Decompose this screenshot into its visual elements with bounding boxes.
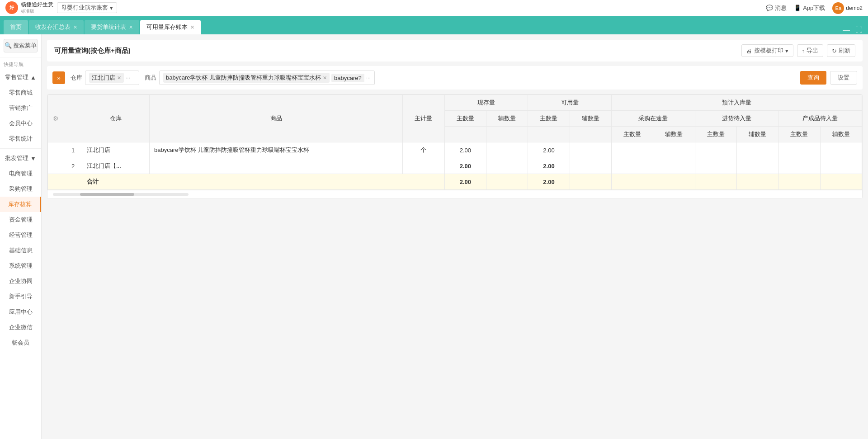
app-download-btn[interactable]: 📱 App下载	[794, 4, 825, 12]
nav-tabs: 首页 收发存汇总表 ✕ 要货单统计表 ✕ 可用量库存账本 ✕ — ⛶	[0, 16, 868, 34]
row1-avail-aux	[570, 142, 611, 158]
sidebar-item-retail-mall[interactable]: 零售商城	[0, 85, 41, 100]
row2-prod-aux	[820, 158, 862, 174]
chevron-down-icon-2: ▼	[30, 155, 36, 162]
summary-prod-aux	[820, 174, 862, 190]
logo-sub: 标准版	[21, 8, 53, 14]
gear-icon[interactable]: ⚙	[53, 115, 59, 122]
col-available: 可用量	[528, 95, 612, 111]
chevron-down-icon: ▾	[110, 5, 113, 11]
product-tag-1: babycare学饮杯 儿童防摔防撞吸管杯重力球吸嘴杯宝宝水杯 ✕	[163, 73, 330, 83]
sidebar-quick-nav-label: 快捷导航	[0, 57, 41, 70]
sidebar-inventory-label: 库存核算	[8, 200, 32, 208]
industry-selector[interactable]: 母婴行业演示账套 ▾	[57, 2, 117, 13]
sidebar-item-marketing[interactable]: 营销推广	[0, 100, 41, 116]
row1-purchase-main	[611, 142, 653, 158]
sidebar-finance-label: 资金管理	[9, 216, 33, 224]
sidebar-item-enterprise-wechat[interactable]: 企业微信	[0, 320, 41, 335]
product-filter-label: 商品	[145, 74, 156, 82]
summary-empty1	[48, 174, 82, 190]
logo-text-area: 畅捷通好生意 标准版	[21, 1, 53, 14]
sidebar-item-system[interactable]: 系统管理	[0, 258, 41, 274]
sidebar-new-guide-label: 新手引导	[9, 293, 33, 301]
sidebar-item-basic-info[interactable]: 基础信息	[0, 243, 41, 258]
tab-order-stats-label: 要货单统计表	[91, 23, 126, 31]
sidebar-vip-member-label: 畅会员	[12, 339, 29, 347]
col-warehouse: 仓库	[82, 95, 150, 142]
col-predicted-incoming: 预计入库量	[611, 95, 862, 111]
settings-btn[interactable]: 设置	[830, 71, 857, 85]
sidebar-search-area: 🔍 搜索菜单	[0, 34, 41, 57]
col-stock-main: 主数量	[444, 111, 486, 127]
print-icon: 🖨	[746, 47, 752, 54]
filter-expand-btn[interactable]: »	[52, 71, 65, 84]
row1-avail-main: 2.00	[528, 142, 570, 158]
summary-label: 合计	[82, 174, 445, 190]
username: demo2	[846, 5, 863, 11]
page-header: 可用量查询(按仓库+商品) 🖨 按模板打印 ▾ ↑ 导出 ↻ 刷新	[47, 40, 863, 61]
nav-minimize-btn[interactable]: —	[841, 26, 852, 34]
sidebar: 🔍 搜索菜单 快捷导航 零售管理 ▲ 零售商城 营销推广 会员中心 零售统计 批…	[0, 34, 42, 439]
row1-settings	[48, 142, 64, 158]
row2-stock-main: 2.00	[444, 158, 486, 174]
product-tag-1-close[interactable]: ✕	[323, 75, 327, 81]
main-layout: 🔍 搜索菜单 快捷导航 零售管理 ▲ 零售商城 营销推广 会员中心 零售统计 批…	[0, 34, 868, 439]
sidebar-ecommerce-label: 电商管理	[9, 170, 33, 178]
tab-available-stock-close[interactable]: ✕	[190, 24, 194, 30]
sidebar-item-member-center[interactable]: 会员中心	[0, 116, 41, 131]
message-btn[interactable]: 💬 消息	[766, 4, 787, 12]
sidebar-item-finance[interactable]: 资金管理	[0, 212, 41, 227]
row1-seq: 1	[64, 142, 82, 158]
row2-purchase-main	[611, 158, 653, 174]
tab-receive-summary[interactable]: 收发存汇总表 ✕	[29, 20, 84, 34]
sidebar-item-ecommerce[interactable]: 电商管理	[0, 166, 41, 181]
col-avail-main: 主数量	[528, 111, 570, 127]
sidebar-item-app-center[interactable]: 应用中心	[0, 304, 41, 320]
sidebar-item-purchase[interactable]: 采购管理	[0, 181, 41, 197]
tab-home[interactable]: 首页	[4, 20, 28, 34]
horizontal-scrollbar[interactable]	[53, 193, 189, 196]
col-stock-aux2	[486, 127, 528, 142]
print-template-btn[interactable]: 🖨 按模板打印 ▾	[741, 44, 793, 57]
sidebar-item-enterprise-collab[interactable]: 企业协同	[0, 274, 41, 289]
tab-receive-summary-close[interactable]: ✕	[73, 24, 77, 30]
sidebar-item-retail-mgmt[interactable]: 零售管理 ▲	[0, 70, 41, 85]
sidebar-item-wholesale-mgmt[interactable]: 批发管理 ▼	[0, 151, 41, 166]
row2-incoming-main	[695, 158, 736, 174]
product-filter-field: 商品 babycare学饮杯 儿童防摔防撞吸管杯重力球吸嘴杯宝宝水杯 ✕ bab…	[145, 71, 375, 85]
product-filter-input[interactable]: babycare学饮杯 儿童防摔防撞吸管杯重力球吸嘴杯宝宝水杯 ✕ babyca…	[159, 71, 375, 85]
col-prod-main: 主数量	[778, 127, 820, 142]
scrollbar-thumb[interactable]	[80, 193, 134, 196]
nav-maximize-btn[interactable]: ⛶	[854, 26, 864, 34]
refresh-btn[interactable]: ↻ 刷新	[827, 44, 855, 57]
row2-unit	[403, 158, 444, 174]
print-chevron-icon: ▾	[785, 47, 788, 54]
tab-order-stats[interactable]: 要货单统计表 ✕	[85, 20, 139, 34]
row1-stock-aux	[486, 142, 528, 158]
sidebar-item-inventory[interactable]: 库存核算	[0, 197, 41, 212]
warehouse-filter-input[interactable]: 江北门店 ✕ ···	[85, 71, 139, 85]
filter-actions: 查询 设置	[800, 71, 857, 85]
avatar: Ea	[832, 2, 844, 14]
col-incoming-aux: 辅数量	[736, 127, 778, 142]
row1-unit: 个	[403, 142, 444, 158]
query-btn[interactable]: 查询	[800, 71, 826, 85]
top-bar: 好 畅捷通好生意 标准版 母婴行业演示账套 ▾ 💬 消息 📱 App下载 Ea …	[0, 0, 868, 16]
row2-product	[150, 158, 403, 174]
col-incoming: 进货待入量	[695, 111, 778, 127]
sidebar-item-vip-member[interactable]: 畅会员	[0, 335, 41, 350]
export-btn[interactable]: ↑ 导出	[797, 44, 824, 57]
col-stock-aux: 辅数量	[486, 111, 528, 127]
tab-order-stats-close[interactable]: ✕	[129, 24, 133, 30]
tab-available-stock[interactable]: 可用量库存账本 ✕	[140, 20, 201, 34]
app-icon: 📱	[794, 5, 801, 11]
sidebar-item-retail-stats[interactable]: 零售统计	[0, 131, 41, 146]
row2-settings	[48, 158, 64, 174]
content-area: 可用量查询(按仓库+商品) 🖨 按模板打印 ▾ ↑ 导出 ↻ 刷新	[42, 34, 868, 439]
sidebar-item-ops[interactable]: 经营管理	[0, 227, 41, 243]
sidebar-item-new-guide[interactable]: 新手引导	[0, 289, 41, 304]
warehouse-tag-close[interactable]: ✕	[117, 75, 121, 81]
user-area[interactable]: Ea demo2	[832, 2, 863, 14]
col-prod-aux: 辅数量	[820, 127, 862, 142]
sidebar-search-btn[interactable]: 🔍 搜索菜单	[4, 39, 38, 52]
